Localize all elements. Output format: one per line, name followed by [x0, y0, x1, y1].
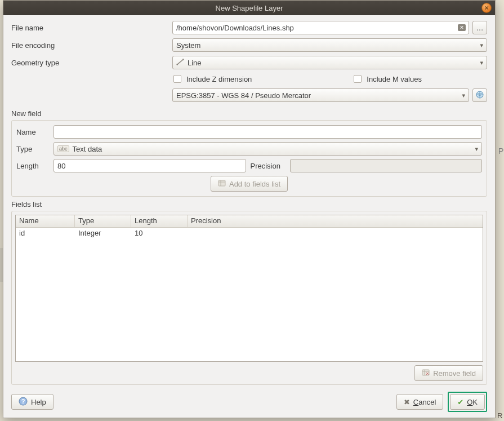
geometry-type-value: Line	[188, 59, 202, 67]
fields-list-group: Name Type Length Precision id Integer 10	[11, 211, 487, 385]
row-file-encoding: File encoding System ▾	[11, 38, 487, 52]
row-new-field-name: Name	[16, 125, 482, 139]
chevron-down-icon: ▾	[475, 145, 478, 153]
svg-rect-3	[218, 180, 225, 186]
new-field-name-input[interactable]	[53, 125, 482, 139]
geometry-type-select[interactable]: Line ▾	[172, 56, 487, 69]
new-field-precision-input	[290, 159, 483, 172]
fields-table[interactable]: Name Type Length Precision id Integer 10	[15, 215, 483, 362]
window-title: New Shapefile Layer	[216, 4, 283, 12]
cell-precision	[188, 228, 483, 239]
cancel-label: Cancel	[413, 398, 436, 406]
browse-file-button[interactable]: …	[472, 21, 487, 34]
crs-picker-button[interactable]	[472, 88, 487, 102]
row-new-field-length-precision: Length Precision	[16, 159, 482, 172]
row-zm-options: Include Z dimension Include M values	[11, 73, 487, 85]
label-name: Name	[16, 128, 49, 136]
file-encoding-value: System	[176, 41, 200, 50]
close-icon: ✕	[484, 5, 489, 11]
label-geometry-type: Geometry type	[11, 59, 169, 67]
titlebar: New Shapefile Layer ✕	[3, 1, 495, 15]
label-file-encoding: File encoding	[11, 41, 169, 50]
clear-text-icon[interactable]: ✕	[458, 24, 466, 31]
ok-label: OK	[467, 398, 478, 406]
dialog-new-shapefile-layer: New Shapefile Layer ✕ File name ✕ … File…	[3, 0, 496, 418]
label-precision: Precision	[251, 162, 286, 170]
row-geometry-type: Geometry type Line ▾	[11, 56, 487, 69]
label-type: Type	[16, 145, 49, 153]
ok-button[interactable]: ✔ OK	[450, 394, 485, 410]
add-to-fields-button[interactable]: Add to fields list	[211, 176, 288, 192]
label-length: Length	[16, 162, 49, 170]
add-field-icon	[218, 179, 226, 189]
new-field-length-input[interactable]	[53, 159, 246, 172]
col-header-type[interactable]: Type	[75, 215, 131, 227]
fields-table-header: Name Type Length Precision	[16, 215, 483, 228]
ok-icon: ✔	[457, 398, 463, 406]
cell-name: id	[16, 228, 75, 239]
help-button[interactable]: ? Help	[11, 394, 53, 410]
fields-table-body: id Integer 10	[16, 228, 483, 361]
svg-point-1	[182, 59, 184, 60]
remove-field-label: Remove field	[433, 369, 476, 378]
label-include-m: Include M values	[367, 75, 422, 83]
col-header-precision[interactable]: Precision	[188, 215, 483, 227]
row-new-field-type: Type abc Text data ▾	[16, 142, 482, 156]
chevron-down-icon: ▾	[480, 59, 483, 67]
row-add-field-button: Add to fields list	[16, 176, 482, 192]
row-remove-field: Remove field	[15, 365, 483, 381]
add-to-fields-label: Add to fields list	[229, 180, 280, 188]
row-file-name: File name ✕ …	[11, 21, 487, 34]
text-type-icon: abc	[57, 145, 69, 152]
include-z-checkbox[interactable]	[173, 75, 181, 83]
table-row[interactable]: id Integer 10	[16, 228, 483, 239]
help-label: Help	[31, 398, 46, 406]
dialog-footer: ? Help ✖ Cancel ✔ OK	[11, 385, 487, 412]
ellipsis-icon: …	[476, 24, 484, 32]
svg-text:?: ?	[21, 398, 25, 405]
col-header-name[interactable]: Name	[16, 215, 75, 227]
chevron-down-icon: ▾	[462, 92, 465, 99]
label-include-z: Include Z dimension	[186, 75, 252, 83]
crs-select[interactable]: EPSG:3857 - WGS 84 / Pseudo Mercator ▾	[172, 88, 469, 102]
file-name-input[interactable]	[172, 21, 469, 34]
section-title-new-field: New field	[11, 109, 487, 118]
new-field-group: Name Type abc Text data ▾ Length Precisi…	[11, 120, 487, 197]
crs-value: EPSG:3857 - WGS 84 / Pseudo Mercator	[176, 91, 311, 100]
cancel-icon: ✖	[404, 398, 410, 406]
file-encoding-select[interactable]: System ▾	[172, 38, 487, 52]
label-file-name: File name	[11, 24, 169, 32]
col-header-length[interactable]: Length	[131, 215, 188, 227]
remove-field-button[interactable]: Remove field	[414, 365, 483, 381]
window-close-button[interactable]: ✕	[481, 3, 492, 13]
cancel-button[interactable]: ✖ Cancel	[396, 394, 443, 410]
chevron-down-icon: ▾	[480, 42, 483, 49]
cell-length: 10	[131, 228, 188, 239]
include-m-checkbox[interactable]	[354, 75, 362, 83]
section-title-fields-list: Fields list	[11, 200, 487, 209]
row-crs: EPSG:3857 - WGS 84 / Pseudo Mercator ▾	[11, 88, 487, 102]
globe-icon	[475, 90, 484, 101]
new-field-type-select[interactable]: abc Text data ▾	[53, 142, 482, 156]
line-geometry-icon	[176, 58, 184, 68]
help-icon: ?	[19, 397, 28, 407]
cell-type: Integer	[75, 228, 131, 239]
dialog-body: File name ✕ … File encoding System ▾ Geo…	[3, 15, 495, 418]
ok-button-highlight: ✔ OK	[448, 392, 487, 412]
remove-field-icon	[422, 369, 430, 378]
new-field-type-value: Text data	[73, 145, 102, 153]
svg-point-0	[176, 64, 178, 65]
